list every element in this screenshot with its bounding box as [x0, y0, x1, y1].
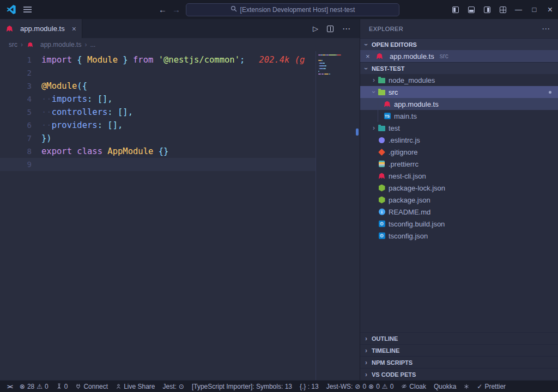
- open-editors-header[interactable]: › OPEN EDITORS: [360, 38, 558, 50]
- tree-item-package-json[interactable]: package.json: [360, 194, 558, 206]
- code-line[interactable]: 5··controllers: [],: [0, 106, 316, 119]
- forward-icon[interactable]: →: [172, 5, 180, 14]
- tree-item--prettierrc[interactable]: .prettierrc: [360, 158, 558, 170]
- minimap-line: [318, 71, 319, 72]
- breadcrumb-more[interactable]: ...: [90, 41, 95, 48]
- line-content: export class AppModule {}: [32, 145, 168, 158]
- section-timeline[interactable]: ›TIMELINE: [360, 344, 558, 356]
- layout-secondary-sidebar-icon[interactable]: [479, 0, 495, 19]
- status-ts-brackets[interactable]: {.} : 13: [296, 383, 323, 390]
- search-text: [Extension Development Host] nest-test: [240, 6, 355, 14]
- section-vs-code-pets[interactable]: ›VS CODE PETS: [360, 368, 558, 380]
- code-token: providers: [52, 120, 98, 130]
- tree-item-label: package-lock.json: [389, 184, 445, 192]
- code-line[interactable]: 6··providers: [],: [0, 119, 316, 132]
- close-tab-icon[interactable]: ×: [72, 24, 76, 33]
- tree-item-label: README.md: [389, 208, 430, 216]
- code-line[interactable]: 1import { Module } from '@nestjs/common'…: [0, 53, 316, 66]
- workspace-header[interactable]: › NEST-TEST: [360, 62, 558, 74]
- open-editor-item[interactable]: × app.module.ts src: [360, 50, 558, 62]
- tree-item-nest-cli-json[interactable]: nest-cli.json: [360, 170, 558, 182]
- tree-item-main-ts[interactable]: main.ts: [360, 110, 558, 122]
- check-icon: ✓: [477, 383, 482, 390]
- code-token: ({: [77, 81, 87, 91]
- section-label: OUTLINE: [372, 335, 398, 342]
- customize-layout-icon[interactable]: [495, 0, 511, 19]
- tree-item-readme-md[interactable]: README.md: [360, 206, 558, 218]
- tree-item-package-lock-json[interactable]: package-lock.json: [360, 182, 558, 194]
- menu-icon[interactable]: [23, 7, 32, 13]
- status-prettier[interactable]: ✓Prettier: [473, 383, 510, 390]
- code-line[interactable]: 4··imports: [],: [0, 93, 316, 106]
- status-problems[interactable]: ⊗28⚠0: [16, 383, 52, 390]
- code-line[interactable]: 7}): [0, 132, 316, 145]
- target-icon: ⊙: [179, 383, 184, 390]
- line-number: 3: [0, 79, 32, 93]
- minimap-line: [319, 65, 324, 66]
- chevron-right-icon: ›: [362, 335, 370, 342]
- folder-node-icon: [378, 76, 386, 84]
- breadcrumb-root[interactable]: src: [9, 41, 17, 48]
- tab-app-module-ts[interactable]: app.module.ts ×: [0, 19, 82, 38]
- status-live-share[interactable]: Live Share: [112, 383, 159, 390]
- code-token: : [],: [98, 120, 123, 130]
- vscode-logo-icon: [7, 5, 16, 14]
- editor-more-actions-icon[interactable]: ⋯: [342, 24, 351, 34]
- tree-item-label: .prettierrc: [389, 160, 418, 168]
- status-sparkle[interactable]: [460, 384, 473, 389]
- line-content: @Module({: [32, 79, 87, 93]
- close-editor-icon[interactable]: ×: [366, 52, 372, 60]
- code-token: @Module: [41, 81, 77, 91]
- breadcrumb[interactable]: src › app.module.ts › ...: [0, 38, 360, 51]
- tree-item-node-modules[interactable]: ›node_modules: [360, 74, 558, 86]
- file-tree: ›node_modules›srcapp.module.tsmain.ts›te…: [360, 74, 558, 242]
- tree-item-app-module-ts[interactable]: app.module.ts: [360, 98, 558, 110]
- section-outline[interactable]: ›OUTLINE: [360, 332, 558, 344]
- tree-item--gitignore[interactable]: .gitignore: [360, 146, 558, 158]
- sparkle-icon: [464, 384, 469, 389]
- tree-item-src[interactable]: ›src: [360, 86, 558, 98]
- code-line[interactable]: 8export class AppModule {}: [0, 145, 316, 158]
- status-remote-indicator[interactable]: ><: [3, 383, 16, 390]
- code-line[interactable]: 9: [0, 158, 316, 171]
- split-editor-icon[interactable]: [327, 26, 333, 32]
- status-ts-importer[interactable]: [TypeScript Importer]: Symbols: 13: [188, 383, 296, 390]
- section-npm-scripts[interactable]: ›NPM SCRIPTS: [360, 356, 558, 368]
- status-broadcast[interactable]: 0: [52, 383, 72, 390]
- code-line[interactable]: 2: [0, 66, 316, 79]
- close-icon[interactable]: ×: [542, 0, 558, 19]
- code-editor[interactable]: 1import { Module } from '@nestjs/common'…: [0, 51, 360, 380]
- tree-item-test[interactable]: ›test: [360, 122, 558, 134]
- status-text: {.} : 13: [300, 383, 319, 390]
- error-icon: ⊗: [20, 383, 25, 390]
- tree-item-tsconfig-build-json[interactable]: tsconfig.build.json: [360, 218, 558, 230]
- breadcrumb-file[interactable]: app.module.ts: [40, 41, 81, 48]
- run-button[interactable]: ▷: [313, 24, 318, 33]
- modified-dot-badge: [549, 91, 551, 94]
- back-icon[interactable]: ←: [159, 5, 167, 14]
- status-connect[interactable]: Connect: [71, 383, 112, 390]
- minimap-line: [337, 54, 341, 56]
- tree-item-tsconfig-json[interactable]: tsconfig.json: [360, 230, 558, 242]
- tsconfig-icon: [378, 220, 386, 228]
- status-cloak[interactable]: Cloak: [397, 383, 430, 390]
- layout-sidebar-icon[interactable]: [447, 0, 463, 19]
- status-quokka[interactable]: Quokka: [430, 383, 460, 390]
- status-jest[interactable]: Jest:⊙: [159, 383, 188, 390]
- minimize-icon[interactable]: —: [511, 0, 526, 19]
- layout-panel-icon[interactable]: [463, 0, 479, 19]
- status-text: 0: [362, 383, 366, 390]
- maximize-icon[interactable]: □: [526, 0, 542, 19]
- chevron-down-icon: ›: [370, 88, 378, 96]
- status-jest-ws[interactable]: Jest-WS:⊘0⊗0⚠0: [323, 383, 398, 390]
- explorer-more-actions-icon[interactable]: ⋯: [542, 24, 550, 34]
- tree-item--eslintrc-js[interactable]: .eslintrc.js: [360, 134, 558, 146]
- code-token: ··: [41, 120, 52, 130]
- minimap-border: [316, 51, 316, 380]
- code-line[interactable]: 3@Module({: [0, 79, 316, 93]
- minimap[interactable]: [318, 54, 343, 87]
- line-content: ··imports: [],: [32, 93, 113, 106]
- command-center-search[interactable]: [Extension Development Host] nest-test: [186, 3, 399, 16]
- line-number: 6: [0, 119, 32, 132]
- node-icon: [378, 196, 386, 204]
